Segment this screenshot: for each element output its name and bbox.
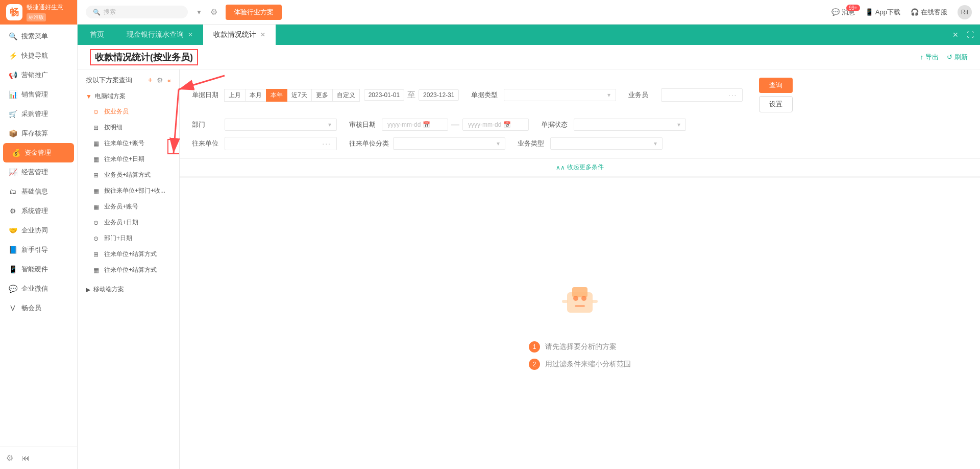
partner-dots[interactable]: ··· [322, 139, 331, 148]
scheme-icon-partner-date: ▦ [92, 155, 100, 163]
doc-status-select[interactable]: ▾ [574, 119, 686, 131]
scheme-icon-staff-settle: ⊞ [92, 171, 100, 179]
topbar-right: 💬 消息 99+ 📱 App下载 🎧 在线客服 Rit [831, 5, 972, 19]
scheme-item-partner-date[interactable]: ▦ 往来单位+日期 [78, 151, 179, 167]
footer-collapse-icon[interactable]: ⏮ [21, 454, 30, 463]
query-btn[interactable]: 查询 [759, 78, 793, 93]
inventory-icon: 📦 [8, 129, 17, 138]
review-date-sep: — [451, 120, 459, 129]
setting-btn[interactable]: 设置 [759, 96, 793, 112]
sidebar-item-enterprise[interactable]: 🤝 企业协同 [0, 221, 77, 240]
scheme-item-partner-dept[interactable]: ▦ 按往来单位+部门+收... [78, 183, 179, 199]
sidebar-item-basic-info[interactable]: 🗂 基础信息 [0, 182, 77, 201]
scheme-item-detail[interactable]: ⊞ 按明细 [78, 120, 179, 135]
sidebar-item-marketing[interactable]: 📢 营销推广 [0, 65, 77, 85]
scheme-item-staff-settle[interactable]: ⊞ 业务员+结算方式 [78, 167, 179, 183]
trial-btn[interactable]: 体验行业方案 [226, 5, 282, 20]
scheme-icon-staff-date: ⊙ [92, 219, 100, 227]
filter-row-1: 单据日期 上月 本月 本年 近7天 更多 自定义 2023-01-01 至 [192, 78, 968, 112]
collapse-more-bar[interactable]: ∧∧ 收起更多条件 [180, 159, 980, 176]
biz-type-select[interactable]: ▾ [550, 137, 663, 150]
scheme-item-dept-date[interactable]: ⊙ 部门+日期 [78, 230, 179, 246]
doc-type-filter: 单据类型 ▾ [471, 89, 616, 101]
tab-cash-flow[interactable]: 现金银行流水查询 ✕ [116, 25, 203, 45]
date-tab-thisyear[interactable]: 本年 [266, 89, 287, 102]
page-actions: ↑ 导出 ↺ 刷新 [920, 53, 968, 62]
empty-steps: 1 请先选择要分析的方案 2 用过滤条件来缩小分析范围 [529, 341, 631, 370]
scheme-item-staff-account[interactable]: ▦ 业务员+账号 [78, 199, 179, 215]
collapse-panel-btn[interactable]: « [167, 77, 171, 84]
mobile-group-expand-icon: ▶ [86, 286, 90, 293]
scheme-item-partner-account[interactable]: ▦ 往来单位+账号 [78, 135, 179, 151]
partner-class-select[interactable]: ▾ [393, 137, 505, 150]
sidebar-item-purchase[interactable]: 🛒 采购管理 [0, 104, 77, 124]
tab-close-cash-flow[interactable]: ✕ [188, 31, 193, 38]
logo-icon: 畅 [6, 4, 22, 20]
messages-btn[interactable]: 💬 消息 99+ [831, 8, 855, 17]
date-to[interactable]: 2023-12-31 [419, 89, 459, 101]
right-panel: 单据日期 上月 本月 本年 近7天 更多 自定义 2023-01-01 至 [180, 69, 980, 469]
page-title: 收款情况统计(按业务员) [90, 49, 198, 65]
review-date-range: yyyy-mm-dd 📅 — yyyy-mm-dd 📅 [382, 119, 529, 131]
scheme-item-staff-date[interactable]: ⊙ 业务员+日期 [78, 215, 179, 230]
doc-type-select[interactable]: ▾ [504, 89, 616, 101]
user-avatar[interactable]: Rit [958, 5, 972, 19]
page-header: 收款情况统计(按业务员) ↑ 导出 ↺ 刷新 [78, 45, 980, 69]
main-area: 🔍 搜索 ▼ ⚙ 体验行业方案 💬 消息 99+ 📱 App下载 🎧 在线客服 … [78, 0, 980, 469]
staff-dots[interactable]: ··· [728, 91, 738, 99]
date-tab-7days[interactable]: 近7天 [287, 89, 312, 102]
close-window-btn[interactable]: ✕ [952, 31, 959, 39]
sidebar-menu: 🔍 搜索菜单 ⚡ 快捷导航 📢 营销推广 📊 销售管理 🛒 采购管理 📦 库存核… [0, 25, 77, 447]
date-from[interactable]: 2023-01-01 [364, 89, 404, 101]
staff-select[interactable]: ··· [661, 88, 743, 102]
dept-select[interactable]: ▾ [225, 119, 337, 131]
partner-select[interactable]: ··· [225, 137, 337, 150]
date-tab-lastmonth[interactable]: 上月 [224, 89, 246, 102]
date-tab-more[interactable]: 更多 [311, 89, 333, 102]
sidebar-item-hardware[interactable]: 📱 智能硬件 [0, 260, 77, 279]
scheme-item-by-staff[interactable]: ⊙ 按业务员 [78, 104, 179, 120]
add-scheme-btn[interactable]: + [148, 76, 152, 85]
biz-type-filter: 业务类型 ▾ [518, 137, 663, 150]
purchase-icon: 🛒 [8, 109, 17, 119]
sidebar-item-sales[interactable]: 📊 销售管理 [0, 85, 77, 104]
app-download-btn[interactable]: 📱 App下载 [865, 8, 900, 17]
mobile-scheme-group: ▶ 移动端方案 [78, 282, 179, 301]
basic-info-icon: 🗂 [8, 187, 17, 196]
sidebar-item-operation[interactable]: 📈 经营管理 [0, 162, 77, 182]
topbar-settings-icon[interactable]: ⚙ [210, 7, 217, 17]
desktop-group-title[interactable]: ▼ 电脑端方案 [78, 89, 179, 104]
footer-settings-icon[interactable]: ⚙ [6, 453, 13, 463]
refresh-btn[interactable]: ↺ 刷新 [947, 53, 968, 62]
sidebar-item-finance[interactable]: 💰 资金管理 [3, 143, 74, 162]
sidebar-item-wechat[interactable]: 💬 企业微信 [0, 279, 77, 298]
sidebar-item-quicknav[interactable]: ⚡ 快捷导航 [0, 46, 77, 65]
review-date-from[interactable]: yyyy-mm-dd 📅 [382, 119, 448, 131]
online-service-btn[interactable]: 🎧 在线客服 [911, 8, 947, 17]
maximize-window-btn[interactable]: ⛶ [967, 31, 974, 39]
sidebar-item-newguide[interactable]: 📘 新手引导 [0, 240, 77, 260]
sidebar-item-search[interactable]: 🔍 搜索菜单 [0, 27, 77, 46]
review-from-calendar-icon: 📅 [423, 121, 430, 128]
tab-collection-stats[interactable]: 收款情况统计 ✕ [203, 25, 276, 45]
scheme-icon-partner-settle1: ⊞ [92, 250, 100, 259]
sidebar-item-inventory[interactable]: 📦 库存核算 [0, 124, 77, 143]
service-icon: 🎧 [911, 8, 919, 16]
system-icon: ⚙ [8, 206, 17, 216]
date-range-input: 2023-01-01 至 2023-12-31 [364, 89, 459, 101]
scheme-item-partner-settle2[interactable]: ▦ 往来单位+结算方式 [78, 262, 179, 278]
setting-scheme-btn[interactable]: ⚙ [157, 76, 163, 84]
staff-filter: 业务员 ··· [628, 88, 743, 102]
mobile-group-title[interactable]: ▶ 移动端方案 [78, 282, 179, 297]
tab-home[interactable]: 首页 [78, 25, 116, 45]
sidebar-item-system[interactable]: ⚙ 系统管理 [0, 201, 77, 221]
review-date-to[interactable]: yyyy-mm-dd 📅 [462, 119, 529, 131]
tab-close-collection[interactable]: ✕ [260, 31, 265, 38]
date-tab-thismonth[interactable]: 本月 [245, 89, 266, 102]
sidebar-item-vip[interactable]: V 畅会员 [0, 298, 77, 318]
export-btn[interactable]: ↑ 导出 [920, 53, 939, 62]
topbar-search-box[interactable]: 🔍 搜索 [86, 6, 188, 18]
svg-point-2 [573, 296, 578, 301]
date-tab-custom[interactable]: 自定义 [332, 89, 360, 102]
scheme-item-partner-settle1[interactable]: ⊞ 往来单位+结算方式 [78, 246, 179, 262]
